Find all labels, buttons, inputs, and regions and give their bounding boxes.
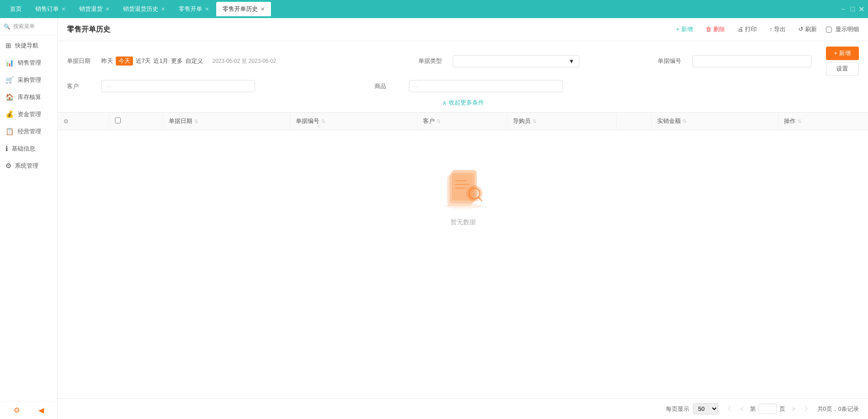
date-options: 昨天今天近7天近1月更多自定义 <box>101 56 203 66</box>
date-opt-自定义[interactable]: 自定义 <box>185 57 203 65</box>
delete-button[interactable]: 🗑 删除 <box>702 24 729 35</box>
doc-num-label: 单据编号 <box>658 57 685 65</box>
sidebar-icon-basic-info: ℹ <box>5 145 8 153</box>
minimize-btn[interactable]: － <box>840 5 847 14</box>
sidebar-item-basic-info[interactable]: ℹ 基础信息 <box>0 140 57 157</box>
customer-label: 客户 <box>67 82 94 90</box>
content-header: 零售开单历史 + 新增 🗑 删除 🖨 打印 ↑ 导出 ↺ 刷新 显示明细 <box>58 18 868 41</box>
date-opt-近7天[interactable]: 近7天 <box>136 57 151 65</box>
tab-retail-open[interactable]: 零售开单✕ <box>172 2 215 16</box>
pagination: 每页显示 102050100 《 < 第 1 页 > 》 共0页，0条记录 <box>58 398 868 419</box>
empty-text: 暂无数据 <box>451 218 476 226</box>
goods-label: 商品 <box>375 82 402 90</box>
empty-icon <box>438 166 488 212</box>
query-button[interactable]: + 新增 <box>826 47 859 60</box>
next-page-btn[interactable]: > <box>789 405 798 414</box>
goods-input[interactable]: ··· <box>409 80 563 92</box>
tab-label: 首页 <box>10 5 22 13</box>
collapse-sidebar-icon[interactable]: ◀ <box>38 406 44 414</box>
date-label: 单据日期 <box>67 57 94 65</box>
sidebar-label-finance: 资金管理 <box>18 110 41 118</box>
col-header-actual_amount: 实销金额⇅ <box>651 113 778 130</box>
sidebar: 🔍 搜索菜单 ⊞ 快捷导航 📊 销售管理 🛒 采购管理 🏠 库存核算 💰 资金管… <box>0 18 58 419</box>
table-area: ⚙单据日期⇅单据编号⇅客户⇅导购员⇅实销金额⇅操作⇅ <box>58 113 868 398</box>
settings-bottom-icon[interactable]: ⚙ <box>14 406 20 414</box>
per-page-label: 每页显示 <box>666 405 689 413</box>
sidebar-item-quick-nav[interactable]: ⊞ 快捷导航 <box>0 37 57 54</box>
date-opt-昨天[interactable]: 昨天 <box>101 57 113 65</box>
print-button[interactable]: 🖨 打印 <box>734 24 761 35</box>
doc-type-label: 单据类型 <box>418 57 446 65</box>
col-header-checkbox[interactable] <box>109 113 163 130</box>
select-all-checkbox[interactable] <box>115 118 121 123</box>
toolbar: + 新增 🗑 删除 🖨 打印 ↑ 导出 ↺ 刷新 显示明细 <box>673 24 859 35</box>
sidebar-item-operations[interactable]: 📋 经营管理 <box>0 123 57 140</box>
doc-num-text-input[interactable] <box>697 58 806 65</box>
total-info: 共0页，0条记录 <box>817 405 859 413</box>
search-icon: 🔍 <box>4 24 10 30</box>
sidebar-item-inventory[interactable]: 🏠 库存核算 <box>0 89 57 106</box>
filter-row-1: 单据日期 昨天今天近7天近1月更多自定义 2023-06-02 至 2023-0… <box>67 47 859 75</box>
customer-placeholder: ··· <box>106 83 111 89</box>
col-header-spacer <box>616 113 651 130</box>
first-page-btn[interactable]: 《 <box>722 404 734 414</box>
col-header-settings[interactable]: ⚙ <box>58 113 109 130</box>
setting-button[interactable]: 设置 <box>826 62 859 75</box>
date-opt-今天[interactable]: 今天 <box>116 56 133 66</box>
doc-type-select[interactable]: ▼ <box>453 55 579 67</box>
close-btn[interactable]: ✕ <box>859 5 864 14</box>
collapse-label: 收起更多条件 <box>449 99 484 107</box>
date-opt-近1月[interactable]: 近1月 <box>153 57 168 65</box>
collapse-row[interactable]: ∧ 收起更多条件 <box>67 97 859 108</box>
window-controls: － □ ✕ <box>840 5 864 14</box>
customer-input[interactable]: ··· <box>101 80 255 92</box>
tab-label: 销售订单 <box>35 5 59 13</box>
tab-home[interactable]: 首页 <box>4 2 28 16</box>
export-button[interactable]: ↑ 导出 <box>766 24 789 35</box>
tab-close-sales-order[interactable]: ✕ <box>62 6 66 12</box>
page-indicator: 第 1 页 <box>750 404 785 414</box>
tab-retail-history[interactable]: 零售开单历史✕ <box>216 2 271 16</box>
refresh-button[interactable]: ↺ 刷新 <box>795 24 821 35</box>
page-label: 第 <box>750 405 756 413</box>
sidebar-item-sales-mgmt[interactable]: 📊 销售管理 <box>0 54 57 71</box>
filter-row-2: 客户 ··· 商品 ··· <box>67 80 859 92</box>
tab-close-sales-return[interactable]: ✕ <box>105 6 109 12</box>
empty-state: 暂无数据 <box>58 130 868 263</box>
tab-sales-order[interactable]: 销售订单✕ <box>29 2 72 16</box>
sidebar-label-inventory: 库存核算 <box>18 93 41 101</box>
show-detail-input[interactable] <box>826 27 832 33</box>
last-page-btn[interactable]: 》 <box>802 404 814 414</box>
per-page-select[interactable]: 102050100 <box>693 403 718 414</box>
add-button[interactable]: + 新增 <box>673 24 697 35</box>
doc-num-input[interactable] <box>692 55 811 67</box>
tab-close-retail-open[interactable]: ✕ <box>205 6 209 12</box>
sidebar-item-finance[interactable]: 💰 资金管理 <box>0 106 57 123</box>
dropdown-icon: ▼ <box>569 58 574 65</box>
sidebar-search-label: 搜索菜单 <box>13 23 35 30</box>
table-settings-icon[interactable]: ⚙ <box>63 118 69 125</box>
date-range-display: 2023-06-02 至 2023-06-02 <box>212 57 276 65</box>
tabs-container: 首页销售订单✕销货退货✕销货退货历史✕零售开单✕零售开单历史✕ <box>4 2 422 16</box>
prev-page-btn[interactable]: < <box>737 405 746 414</box>
sidebar-icon-system: ⚙ <box>5 162 11 170</box>
sidebar-nav: ⊞ 快捷导航 📊 销售管理 🛒 采购管理 🏠 库存核算 💰 资金管理 📋 经营管… <box>0 35 57 401</box>
sidebar-search[interactable]: 🔍 搜索菜单 <box>0 18 57 35</box>
page-suffix: 页 <box>779 405 785 413</box>
sidebar-item-system[interactable]: ⚙ 系统管理 <box>0 157 57 174</box>
date-opt-更多[interactable]: 更多 <box>171 57 183 65</box>
tab-close-retail-history[interactable]: ✕ <box>261 6 265 12</box>
tab-close-sales-return-history[interactable]: ✕ <box>161 6 165 12</box>
sidebar-label-system: 系统管理 <box>15 162 38 170</box>
page-number-input[interactable]: 1 <box>759 404 777 414</box>
tab-sales-return-history[interactable]: 销货退货历史✕ <box>117 2 171 16</box>
tab-label: 销货退货 <box>79 5 103 13</box>
maximize-btn[interactable]: □ <box>850 5 855 13</box>
sidebar-icon-operations: 📋 <box>5 127 14 136</box>
tab-sales-return[interactable]: 销货退货✕ <box>73 2 116 16</box>
col-header-doc_date: 单据日期⇅ <box>163 113 290 130</box>
show-detail-checkbox[interactable]: 显示明细 <box>826 25 859 33</box>
sidebar-label-sales-mgmt: 销售管理 <box>18 59 41 67</box>
sidebar-item-purchase-mgmt[interactable]: 🛒 采购管理 <box>0 71 57 89</box>
sidebar-label-purchase-mgmt: 采购管理 <box>18 76 41 84</box>
